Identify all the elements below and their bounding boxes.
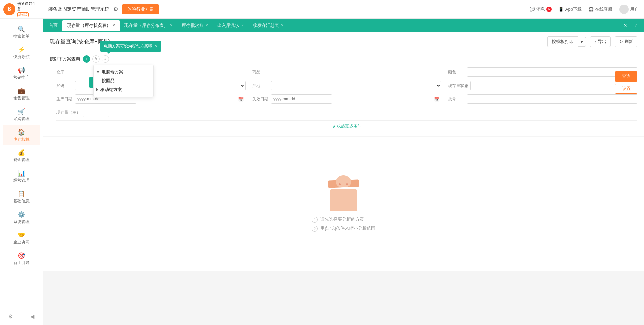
filter-product: 商品 ··· <box>252 67 441 77</box>
origin-select[interactable] <box>271 81 441 90</box>
system-icon: ⚙️ <box>18 211 25 218</box>
warehouse-dots[interactable]: ··· <box>75 69 81 75</box>
expiry-date-from[interactable] <box>271 94 332 104</box>
qty-separator: — <box>111 110 116 115</box>
sidebar-item-guide[interactable]: 🎯 新手引导 <box>3 249 40 268</box>
sidebar-item-system[interactable]: ⚙️ 系统管理 <box>3 208 40 227</box>
sidebar-item-quick-nav[interactable]: ⚡ 快捷导航 <box>3 43 40 62</box>
sidebar-item-basic-info[interactable]: 📋 基础信息 <box>3 187 40 207</box>
sidebar-item-operations[interactable]: 📊 经营管理 <box>3 166 40 186</box>
pc-scheme-expand-icon <box>96 71 100 73</box>
inventory-status-select-wrapper <box>470 81 637 90</box>
filter-row-4: 现存量（主） — <box>56 107 637 118</box>
tab-inventory-dist[interactable]: 现存量（库存分布表） × <box>120 20 177 31</box>
sidebar-nav: 🔍 搜索菜单 ⚡ 快捷导航 📢 营销推广 💼 销售管理 🛒 采购管理 🏠 库存核… <box>0 19 43 308</box>
mobile-scheme-group[interactable]: 移动端方案 <box>94 85 153 94</box>
filter-title-label: 按以下方案查询 <box>50 56 80 62</box>
sidebar-item-enterprise[interactable]: 🤝 企业协同 <box>3 228 40 248</box>
edit-scheme-button[interactable]: ✎ <box>92 55 100 63</box>
sidebar-item-guide-label: 新手引导 <box>13 260 30 265</box>
tab-home[interactable]: 首页 <box>44 20 62 31</box>
expiry-date-from-calendar-icon[interactable]: 📅 <box>434 97 439 102</box>
empty-eye-right <box>346 183 348 185</box>
scheme-panel: 电脑端方案 按照品 移动端方案 <box>93 65 154 97</box>
message-button[interactable]: 💬 消息 6 <box>530 6 552 12</box>
basic-info-icon: 📋 <box>18 190 25 198</box>
empty-step-1: 1 请先选择要分析的方案 <box>312 216 375 223</box>
add-scheme-button[interactable]: + <box>83 55 90 63</box>
tooltip-scheme-close[interactable]: × <box>155 44 157 49</box>
tab-inout[interactable]: 出入库流水 × <box>213 20 248 31</box>
app-download-icon: 📱 <box>558 7 564 12</box>
collapse-section: ∧ 收起更多条件 <box>56 120 637 132</box>
content-area: 1 请先选择要分析的方案 2 用[过滤]条件来缩小分析范围 <box>43 137 644 271</box>
logo-area: 6 畅通道好生意 标签版 <box>0 0 43 19</box>
user-button[interactable]: 用户 <box>619 5 639 14</box>
tab-expand-button[interactable]: ⤢ <box>632 22 640 29</box>
filter-batch-no: 批号 <box>448 94 637 104</box>
sidebar-item-marketing-label: 营销推广 <box>13 75 30 80</box>
purchase-icon: 🛒 <box>18 108 25 115</box>
refresh-button[interactable]: ↻ 刷新 <box>615 36 637 47</box>
filter-origin: 产地 <box>252 80 441 91</box>
tab-inventory-status[interactable]: 现存量（库存状况表） × <box>62 20 120 31</box>
topbar-gear-icon[interactable]: ⚙ <box>113 6 118 12</box>
reset-button[interactable]: 设置 <box>615 84 637 94</box>
batch-no-label: 批号 <box>448 96 465 102</box>
online-support-button[interactable]: 🎧 在线客服 <box>588 6 612 12</box>
print-dropdown-button[interactable]: ▾ <box>578 37 586 47</box>
sidebar-item-inventory[interactable]: 🏠 库存核算 <box>3 125 40 145</box>
tab-close-all-button[interactable]: ✕ <box>621 22 629 29</box>
tab-inventory-dist-close[interactable]: × <box>170 23 172 28</box>
tab-batch-close[interactable]: × <box>206 23 208 28</box>
product-dots[interactable]: ··· <box>271 69 277 75</box>
pc-scheme-group[interactable]: 电脑端方案 <box>94 68 153 76</box>
warehouse-label: 仓库 <box>56 69 73 75</box>
origin-select-wrapper <box>271 81 441 90</box>
tabbar: 首页 现存量（库存状况表） × 现存量（库存分布表） × 库存批次账 × 出入库… <box>43 19 644 32</box>
search-button[interactable]: 查询 <box>615 71 637 82</box>
sidebar-item-sales[interactable]: 💼 销售管理 <box>3 84 40 104</box>
logo-icon: 6 <box>3 3 15 15</box>
color-select-wrapper <box>467 67 637 77</box>
operations-icon: 📊 <box>18 170 25 177</box>
batch-no-input[interactable] <box>467 94 637 104</box>
sidebar-item-search[interactable]: 🔍 搜索菜单 <box>3 22 40 42</box>
collapse-up-icon: ∧ <box>333 124 336 129</box>
collapse-button[interactable]: ∧ 收起更多条件 <box>56 121 637 132</box>
empty-step-2: 2 用[过滤]条件来缩小分析范围 <box>312 225 375 232</box>
export-button[interactable]: ↑ 导出 <box>590 36 611 47</box>
tab-inout-close[interactable]: × <box>241 23 244 28</box>
sidebar-item-purchase[interactable]: 🛒 采购管理 <box>3 105 40 124</box>
main-area: 装备及固定资产辅助管理系统 ⚙ 体验行业方案 💬 消息 6 📱 App下载 🎧 … <box>43 0 644 325</box>
collapse-sidebar-button[interactable]: ◀ <box>28 312 37 321</box>
production-date-from-calendar-icon[interactable]: 📅 <box>238 97 244 102</box>
tab-receive-summary[interactable]: 收发存汇总表 × <box>248 20 288 31</box>
print-button[interactable]: 按模板打印 <box>547 36 578 47</box>
sidebar-item-finance[interactable]: 💰 资金管理 <box>3 146 40 165</box>
industry-plan-button[interactable]: 体验行业方案 <box>122 4 159 14</box>
production-date-label: 生产日期 <box>56 96 73 102</box>
app-download-button[interactable]: 📱 App下载 <box>558 6 582 12</box>
sidebar-item-purchase-label: 采购管理 <box>13 116 30 121</box>
color-select[interactable] <box>467 67 637 77</box>
empty-eye-left <box>339 183 341 185</box>
prev-scheme-button[interactable]: « <box>102 55 109 63</box>
settings-button[interactable]: ⚙ <box>6 312 16 321</box>
tab-receive-summary-close[interactable]: × <box>281 23 283 28</box>
sidebar-item-inventory-label: 库存核算 <box>13 137 30 142</box>
tab-inventory-status-close[interactable]: × <box>113 23 115 28</box>
color-label: 颜色 <box>448 69 465 75</box>
scheme-item-by-product[interactable]: 按照品 <box>94 76 153 85</box>
sidebar-item-enterprise-label: 企业协同 <box>13 240 30 245</box>
filter-area: 按以下方案查询 + ✎ « 电脑方案可设为移动方案哦 × 电脑端方案 <box>43 51 644 136</box>
tab-batch[interactable]: 库存批次账 × <box>177 20 213 31</box>
inventory-status-select[interactable] <box>470 81 637 90</box>
sidebar-item-sales-label: 销售管理 <box>13 96 30 100</box>
qty-from-input[interactable] <box>83 108 109 117</box>
qty-range: — <box>83 108 116 117</box>
sidebar-item-operations-label: 经营管理 <box>13 178 30 183</box>
logo-text: 畅通道好生意 标签版 <box>17 1 39 17</box>
topbar-left: 装备及固定资产辅助管理系统 ⚙ 体验行业方案 <box>48 4 159 14</box>
sidebar-item-marketing[interactable]: 📢 营销推广 <box>3 63 40 83</box>
